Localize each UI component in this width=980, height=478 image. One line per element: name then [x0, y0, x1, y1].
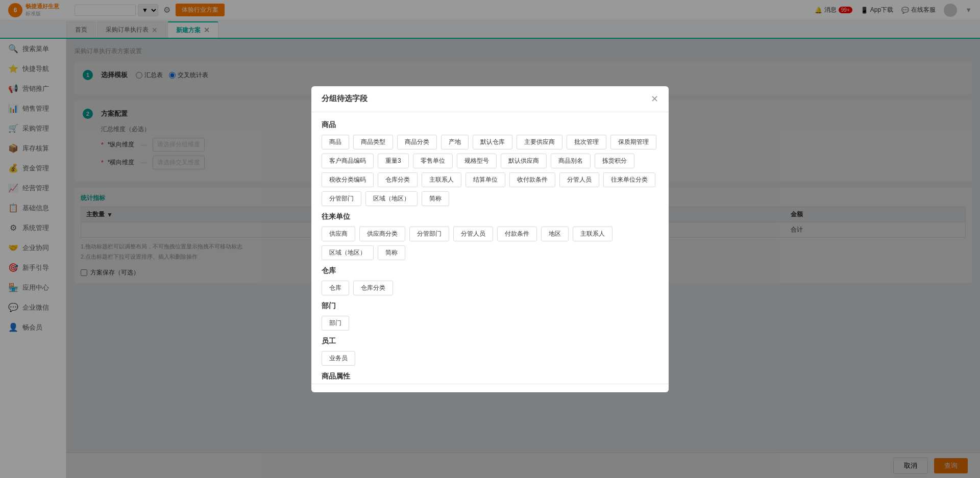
field-chip[interactable]: 默认仓库 [473, 135, 512, 149]
field-chip[interactable]: 分管部门 [409, 227, 449, 241]
modal-dialog: 分组待选字段 ✕ 商品 商品 商品类型 商品分类 产地 默认仓库 主要供应商 批… [311, 86, 669, 392]
field-chip[interactable]: 主联系人 [422, 172, 461, 187]
fields-grid-employee: 业务员 [322, 351, 658, 366]
fields-grid-product: 商品 商品类型 商品分类 产地 默认仓库 主要供应商 批次管理 保质期管理 客户… [322, 135, 658, 206]
field-chip[interactable]: 供应商 [322, 227, 355, 241]
field-chip[interactable]: 主要供应商 [517, 135, 562, 149]
field-chip[interactable]: 零售单位 [413, 154, 453, 168]
field-chip[interactable]: 区域（地区） [322, 245, 374, 260]
fields-grid-warehouse: 仓库 仓库分类 [322, 281, 658, 295]
field-chip[interactable]: 仓库分类 [378, 172, 418, 187]
field-chip[interactable]: 仓库 [322, 281, 349, 295]
modal-title: 分组待选字段 [322, 94, 368, 104]
field-chip[interactable]: 税收分类编码 [322, 172, 374, 187]
field-chip[interactable]: 重量3 [378, 154, 409, 168]
field-chip[interactable]: 主联系人 [573, 227, 612, 241]
field-chip[interactable]: 商品分类 [397, 135, 437, 149]
field-chip[interactable]: 商品类型 [353, 135, 393, 149]
field-chip[interactable]: 简称 [378, 245, 405, 260]
modal-body: 商品 商品 商品类型 商品分类 产地 默认仓库 主要供应商 批次管理 保质期管理… [311, 112, 669, 384]
field-chip[interactable]: 商品别名 [551, 154, 591, 168]
field-chip[interactable]: 仓库分类 [353, 281, 393, 295]
field-chip[interactable]: 往来单位分类 [603, 172, 655, 187]
field-chip[interactable]: 结算单位 [465, 172, 505, 187]
fields-grid-partner: 供应商 供应商分类 分管部门 分管人员 付款条件 地区 主联系人 区域（地区） … [322, 227, 658, 260]
field-chip[interactable]: 分管部门 [322, 191, 361, 206]
modal-close-button[interactable]: ✕ [651, 93, 658, 105]
field-chip[interactable]: 供应商分类 [359, 227, 405, 241]
field-chip[interactable]: 简称 [422, 191, 449, 206]
section-title-employee: 员工 [322, 337, 658, 346]
modal-header: 分组待选字段 ✕ [311, 86, 669, 112]
field-chip[interactable]: 产地 [441, 135, 469, 149]
field-chip[interactable]: 部门 [322, 316, 349, 331]
field-chip[interactable]: 默认供应商 [501, 154, 547, 168]
fields-grid-dept: 部门 [322, 316, 658, 331]
modal-h-scrollbar[interactable] [311, 384, 669, 392]
field-chip[interactable]: 区域（地区） [365, 191, 418, 206]
field-chip[interactable]: 商品 [322, 135, 349, 149]
field-chip[interactable]: 批次管理 [567, 135, 606, 149]
field-chip[interactable]: 拣货积分 [595, 154, 634, 168]
field-chip[interactable]: 地区 [541, 227, 569, 241]
field-chip[interactable]: 分管人员 [559, 172, 599, 187]
field-chip[interactable]: 保质期管理 [610, 135, 656, 149]
section-title-product: 商品 [322, 120, 658, 130]
modal-overlay[interactable]: 分组待选字段 ✕ 商品 商品 商品类型 商品分类 产地 默认仓库 主要供应商 批… [0, 0, 980, 478]
field-chip[interactable]: 付款条件 [497, 227, 537, 241]
section-title-warehouse: 仓库 [322, 266, 658, 275]
field-chip[interactable]: 业务员 [322, 351, 355, 366]
field-chip[interactable]: 收付款条件 [509, 172, 555, 187]
section-title-partner: 往来单位 [322, 212, 658, 221]
field-chip[interactable]: 分管人员 [453, 227, 493, 241]
field-chip[interactable]: 规格型号 [457, 154, 497, 168]
field-chip[interactable]: 客户商品编码 [322, 154, 374, 168]
section-title-dept: 部门 [322, 301, 658, 311]
section-title-attr: 商品属性 [322, 372, 658, 381]
